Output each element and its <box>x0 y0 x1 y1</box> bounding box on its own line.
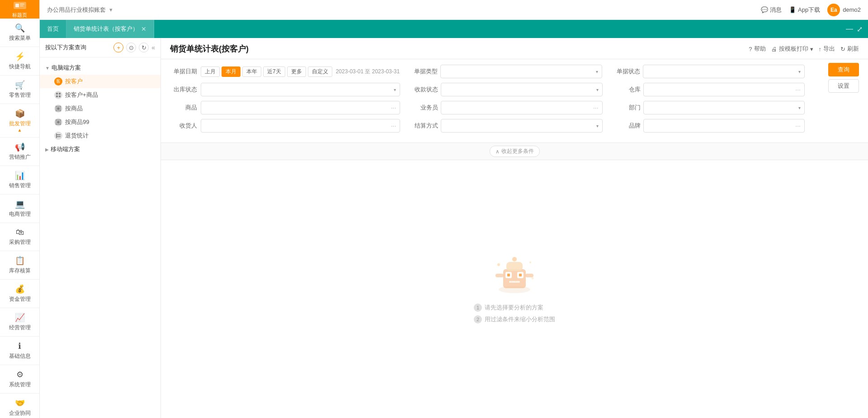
date-custom[interactable]: 自定义 <box>308 66 332 77</box>
app-download-button[interactable]: 📱 App下载 <box>789 6 820 14</box>
svg-rect-22 <box>495 274 504 277</box>
receiver-dots-btn[interactable]: ··· <box>391 122 396 129</box>
tab-close-button[interactable]: ✕ <box>141 25 146 33</box>
sidebar-item-retail[interactable]: 🛒 零售管理 <box>0 76 39 104</box>
scheme-item-returns[interactable]: 退货统计 <box>40 129 160 142</box>
date-this-year[interactable]: 本年 <box>242 66 261 77</box>
refresh-circle-icon: ↻ <box>142 44 146 51</box>
tabbar: 首页 销货单统计表（按客户） ✕ — ⤢ <box>40 20 868 38</box>
sidebar-item-finance[interactable]: 💰 资金管理 <box>0 280 39 308</box>
sidebar-item-quicknav[interactable]: ⚡ 快捷导航 <box>0 47 39 76</box>
sidebar-item-enterprise[interactable]: 🤝 企业协同 <box>0 394 39 418</box>
department-select[interactable]: ▾ <box>643 101 805 114</box>
query-buttons: 查询 设置 <box>828 59 859 96</box>
tree-desktop-parent[interactable]: ▼ 电脑端方案 <box>40 61 160 75</box>
system-icon: ⚙ <box>16 370 24 380</box>
scheme-product-label: 按商品 <box>65 104 83 113</box>
salesperson-dots-btn[interactable]: ··· <box>593 104 599 111</box>
user-menu-button[interactable]: Ea demo2 <box>827 4 861 16</box>
scheme-item-customer[interactable]: 客 按客户 <box>40 75 160 88</box>
maximize-button[interactable]: ⤢ <box>857 25 863 33</box>
product-dots-btn[interactable]: ··· <box>391 104 396 111</box>
tab-home[interactable]: 首页 <box>40 20 66 38</box>
export-button[interactable]: ↑ 导出 <box>819 45 835 53</box>
scheme-item-product[interactable]: 按商品 <box>40 102 160 115</box>
sidebar-item-system[interactable]: ⚙ 系统管理 <box>0 365 39 394</box>
dropdown-icon[interactable]: ▾ <box>109 6 113 13</box>
collapse-scheme-button[interactable]: « <box>151 44 155 51</box>
scheme-returns-label: 退货统计 <box>65 132 89 140</box>
export-label: 导出 <box>823 45 835 53</box>
sidebar-item-inventory[interactable]: 📋 库存核算 <box>0 251 39 280</box>
sidebar-item-operations[interactable]: 📈 经营管理 <box>0 308 39 337</box>
header-left: 办公用品行业模拟账套 ▾ <box>47 6 113 14</box>
chevron-up-icon: ▲ <box>18 128 22 133</box>
retail-icon: 🛒 <box>15 80 25 90</box>
sidebar-item-basic-info[interactable]: ℹ 基础信息 <box>0 337 39 365</box>
svg-rect-24 <box>506 262 523 271</box>
filter-row-1: 单据日期 上月 本月 本年 近7天 更多 自定义 2023-03-01 至 20… <box>170 65 805 78</box>
salesperson-input[interactable]: ··· <box>441 101 602 114</box>
date-7days[interactable]: 近7天 <box>263 66 285 77</box>
query-button[interactable]: 查询 <box>828 63 859 76</box>
brand-input[interactable]: ··· <box>643 119 805 133</box>
warehouse-label: 仓库 <box>613 86 641 94</box>
ecommerce-icon: 💻 <box>15 199 25 209</box>
order-type-select[interactable]: ▾ <box>440 65 602 78</box>
date-more[interactable]: 更多 <box>287 66 306 77</box>
order-status-dropdown-icon: ▾ <box>798 69 801 74</box>
scheme-item-customer-product[interactable]: 按客户+商品 <box>40 88 160 102</box>
product-label: 商品 <box>170 104 197 112</box>
receiver-label: 收货人 <box>170 122 197 130</box>
warehouse-dots[interactable]: ··· <box>795 86 801 93</box>
right-panel: 销货单统计表(按客户) ? 帮助 🖨 按模板打印 ▾ ↑ <box>161 38 868 418</box>
minimize-button[interactable]: — <box>846 25 853 33</box>
scheme-tree: ▼ 电脑端方案 客 按客户 按客户+商品 按商品 <box>40 57 160 160</box>
enterprise-icon: 🤝 <box>15 398 25 408</box>
filter-row-3: 商品 ··· 业务员 ··· 部门 <box>170 101 805 114</box>
content-area: 按以下方案查询 + ⊙ ↻ « ▼ 电脑端方案 <box>40 38 868 418</box>
date-last-month[interactable]: 上月 <box>201 66 220 77</box>
tree-mobile-parent[interactable]: ▶ 移动端方案 <box>40 142 160 156</box>
sidebar-item-sales[interactable]: 📊 销售管理 <box>0 166 39 195</box>
product-input[interactable]: ··· <box>201 101 400 114</box>
scheme-customerproduct-label: 按客户+商品 <box>65 91 98 99</box>
tab-sales-stats[interactable]: 销货单统计表（按客户） ✕ <box>66 20 154 38</box>
refresh-button[interactable]: ↻ 刷新 <box>840 45 859 53</box>
payment-status-select[interactable]: ▾ <box>441 83 602 96</box>
order-status-select[interactable]: ▾ <box>643 65 805 78</box>
stock-status-select[interactable]: ▾ <box>201 83 400 96</box>
scheme-item-product99[interactable]: 按商品99 <box>40 115 160 129</box>
print-label: 按模板打印 <box>779 45 808 53</box>
collapse-more-button[interactable]: ∧ 收起更多条件 <box>490 146 540 157</box>
svg-rect-1 <box>15 4 19 7</box>
brand-dots-btn[interactable]: ··· <box>795 122 801 129</box>
date-this-month[interactable]: 本月 <box>222 66 241 77</box>
sidebar-item-search[interactable]: 🔍 搜索菜单 <box>0 19 39 47</box>
scheme-product99-icon <box>54 118 62 126</box>
settlement-select[interactable]: ▾ <box>441 119 602 133</box>
collapse-label: 收起更多条件 <box>501 147 534 155</box>
empty-tips: 1 请先选择要分析的方案 2 用过滤条件来缩小分析范围 <box>474 304 555 327</box>
print-template-button[interactable]: 🖨 按模板打印 ▾ <box>771 45 813 53</box>
settings-circle-icon: ⊙ <box>129 44 134 51</box>
message-button[interactable]: 💬 消息 <box>761 6 782 14</box>
empty-tip-2: 2 用过滤条件来缩小分析范围 <box>474 315 555 323</box>
sidebar-item-purchase[interactable]: 🛍 采购管理 <box>0 223 39 251</box>
sidebar-item-wholesale[interactable]: 📦 批发管理 ▲ <box>0 104 39 138</box>
settings-button[interactable]: 设置 <box>828 79 859 93</box>
help-button[interactable]: ? 帮助 <box>749 45 765 53</box>
tab-sales-stats-label: 销货单统计表（按客户） <box>74 25 138 33</box>
add-scheme-button[interactable]: + <box>113 43 123 52</box>
sidebar-item-label: 经营管理 <box>9 324 31 332</box>
edit-scheme-button[interactable]: ⊙ <box>126 43 136 52</box>
tip-text-1: 请先选择要分析的方案 <box>485 304 543 312</box>
help-icon: ? <box>749 46 752 52</box>
receiver-input[interactable]: ··· <box>201 119 400 133</box>
scheme-header: 按以下方案查询 + ⊙ ↻ « <box>40 38 160 57</box>
refresh-icon: ↻ <box>840 46 845 52</box>
sidebar-item-marketing[interactable]: 📢 营销推广 <box>0 138 39 166</box>
warehouse-select[interactable]: ··· <box>643 83 805 96</box>
refresh-scheme-button[interactable]: ↻ <box>139 43 149 52</box>
sidebar-item-ecommerce[interactable]: 💻 电商管理 <box>0 195 39 223</box>
